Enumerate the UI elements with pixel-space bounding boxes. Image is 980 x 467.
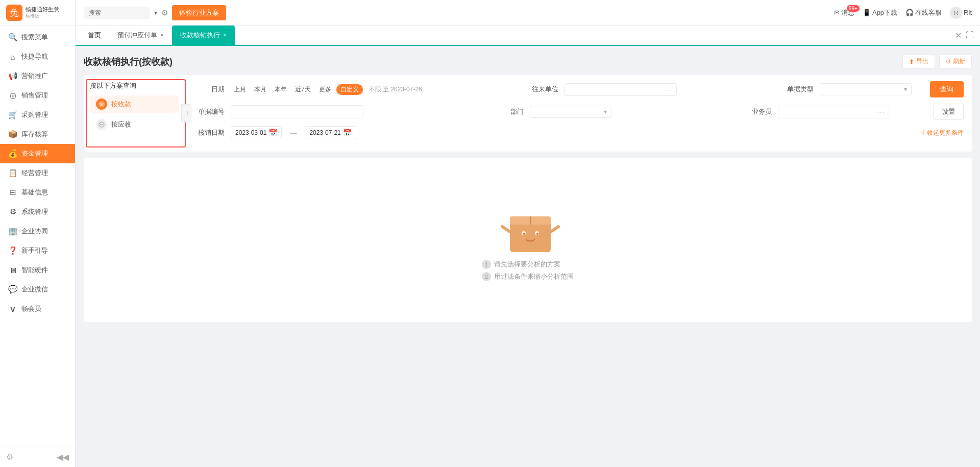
- date-more-btn[interactable]: 更多: [316, 84, 334, 95]
- search-nav-icon: 🔍: [8, 33, 17, 42]
- sidebar-item-quicknav[interactable]: ⌂ 快捷导航: [0, 47, 75, 66]
- headset-icon: 🎧: [905, 9, 914, 16]
- sidebar-footer: ⚙ ◀◀: [0, 447, 75, 467]
- left-panel-collapse-button[interactable]: 《: [181, 104, 191, 122]
- staff-picker-icon[interactable]: ···: [877, 108, 886, 116]
- sidebar-item-marketing[interactable]: 📢 营销推广: [0, 66, 75, 86]
- date-custom-btn[interactable]: 自定义: [336, 84, 363, 95]
- refresh-button[interactable]: ↺ 刷新: [939, 54, 972, 69]
- verify-date-end-input[interactable]: 2023-07-21 📅: [305, 126, 356, 139]
- tab-receivables[interactable]: 收款核销执行 ×: [172, 26, 235, 46]
- sidebar-item-system[interactable]: ⚙ 系统管理: [0, 202, 75, 222]
- sidebar: 兔 畅捷通好生意 标准版 🔍 搜索菜单 ⌂ 快捷导航 📢 营销推广 ◎ 销售管理…: [0, 0, 76, 467]
- tab-receivables-close[interactable]: ×: [223, 32, 227, 39]
- tab-maximize-icon[interactable]: ⛶: [966, 31, 974, 40]
- chevron-up-icon: 《: [919, 129, 925, 137]
- sidebar-item-vip[interactable]: V 畅会员: [0, 299, 75, 318]
- header-gear-icon[interactable]: ⚙: [161, 8, 168, 17]
- user-menu-button[interactable]: R Rit: [950, 7, 972, 19]
- sidebar-item-enterprise[interactable]: 🏢 企业协同: [0, 222, 75, 241]
- message-button[interactable]: ✉ 消息 99+: [834, 8, 854, 17]
- step-2-number: 2: [482, 272, 491, 281]
- header-right: ✉ 消息 99+ 📱 App下载 🎧 在线客服 R Rit: [834, 7, 972, 19]
- filter-container: 按以下方案查询 ¥ 按收款: [84, 75, 972, 152]
- sidebar-item-inventory[interactable]: 📦 库存核算: [0, 125, 75, 144]
- filter-right-panel: 日期 上月 本月 本年 近7天 更多 自定义 不限 至 2023-07-26 往…: [186, 81, 972, 145]
- step-1-number: 1: [482, 260, 491, 269]
- staff-input[interactable]: ···: [778, 106, 890, 118]
- wechat-icon: 💬: [8, 285, 17, 294]
- date-last-month-btn[interactable]: 上月: [231, 84, 249, 95]
- industry-solution-button[interactable]: 体验行业方案: [172, 5, 226, 20]
- tab-prepay[interactable]: 预付冲应付单 ×: [109, 26, 172, 46]
- enterprise-icon: 🏢: [8, 227, 17, 236]
- logo-text: 畅捷通好生意 标准版: [26, 6, 59, 19]
- doc-no-input[interactable]: [231, 105, 363, 118]
- empty-illustration: [497, 199, 558, 250]
- svg-point-9: [523, 233, 525, 235]
- sidebar-item-basic-info[interactable]: ⊟ 基础信息: [0, 183, 75, 202]
- settings-bottom-icon[interactable]: ⚙: [6, 452, 13, 462]
- collapse-conditions-button[interactable]: 《 收起更多条件: [919, 129, 964, 137]
- sidebar-item-guide[interactable]: ❓ 新手引导: [0, 241, 75, 260]
- verify-date-start-input[interactable]: 2023-03-01 📅: [231, 126, 282, 139]
- finance-icon: 💰: [8, 149, 17, 158]
- top-header: ▾ ⚙ 体验行业方案 ✉ 消息 99+ 📱 App下载 🎧 在线客服 R Rit: [76, 0, 980, 26]
- counterpart-picker-icon[interactable]: ···: [664, 86, 673, 93]
- tab-bar: 首页 预付冲应付单 × 收款核销执行 × ✕ ⛶: [76, 26, 980, 46]
- tab-prepay-close[interactable]: ×: [160, 32, 164, 39]
- tab-close-all-icon[interactable]: ✕: [955, 31, 962, 40]
- svg-point-10: [536, 233, 538, 235]
- dept-dropdown-icon: ▾: [604, 108, 607, 115]
- svg-text:¥: ¥: [100, 102, 103, 107]
- sidebar-item-finance[interactable]: 💰 资金管理: [0, 144, 75, 163]
- query-button[interactable]: 查询: [930, 81, 964, 97]
- app-download-icon: 📱: [863, 9, 871, 16]
- date-last-7-days-btn[interactable]: 近7天: [292, 84, 314, 95]
- doc-type-select[interactable]: ▾: [820, 83, 912, 95]
- staff-label: 业务员: [745, 107, 772, 116]
- sidebar-item-operations[interactable]: 📋 经营管理: [0, 163, 75, 183]
- sidebar-item-wechat[interactable]: 💬 企业微信: [0, 280, 75, 299]
- date-this-year-btn[interactable]: 本年: [272, 84, 290, 95]
- tab-home[interactable]: 首页: [80, 26, 109, 46]
- date-this-month-btn[interactable]: 本月: [251, 84, 270, 95]
- operations-icon: 📋: [8, 168, 17, 178]
- header-dropdown-icon[interactable]: ▾: [154, 9, 157, 16]
- setting-button[interactable]: 设置: [933, 104, 964, 120]
- avatar-icon: R: [950, 7, 962, 19]
- hardware-icon: 🖥: [8, 266, 17, 275]
- sidebar-item-sales[interactable]: ◎ 销售管理: [0, 86, 75, 105]
- sidebar-item-purchase[interactable]: 🛒 采购管理: [0, 105, 75, 125]
- svg-line-12: [551, 227, 558, 232]
- filter-left-panel: 按以下方案查询 ¥ 按收款: [84, 81, 186, 145]
- message-badge: 99+: [847, 5, 860, 12]
- vip-icon: V: [8, 305, 17, 313]
- calendar-end-icon: 📅: [343, 129, 352, 137]
- filter-row-3: 核销日期 2023-03-01 📅 — 2023-07-21 📅 《 收起更多条…: [198, 126, 964, 139]
- tab-bar-right: ✕ ⛶: [955, 26, 976, 45]
- header-search-input[interactable]: [84, 7, 150, 19]
- export-button[interactable]: ⬆ 导出: [902, 54, 935, 69]
- online-service-button[interactable]: 🎧 在线客服: [905, 8, 942, 17]
- filter-option-by-receipt[interactable]: ¥ 按收款: [90, 95, 179, 113]
- counterpart-label: 往来单位: [532, 85, 558, 94]
- page-content: 收款核销执行(按收款) ⬆ 导出 ↺ 刷新 按以下方案查询: [76, 46, 980, 467]
- svg-line-11: [502, 227, 510, 232]
- svg-rect-4: [510, 222, 551, 252]
- refresh-icon: ↺: [946, 58, 951, 65]
- main-area: ▾ ⚙ 体验行业方案 ✉ 消息 99+ 📱 App下载 🎧 在线客服 R Rit: [76, 0, 980, 467]
- app-download-button[interactable]: 📱 App下载: [863, 8, 897, 17]
- filter-option-by-receivable[interactable]: 按应收: [90, 116, 179, 133]
- dept-select[interactable]: ▾: [530, 106, 611, 118]
- collapse-sidebar-icon[interactable]: ◀◀: [57, 452, 69, 462]
- guide-icon: ❓: [8, 246, 17, 255]
- system-icon: ⚙: [8, 207, 17, 216]
- sidebar-item-search[interactable]: 🔍 搜索菜单: [0, 28, 75, 47]
- counterpart-input[interactable]: ···: [565, 83, 677, 96]
- marketing-icon: 📢: [8, 71, 17, 81]
- verify-date-start-value: 2023-03-01: [235, 129, 266, 136]
- sidebar-item-hardware[interactable]: 🖥 智能硬件: [0, 260, 75, 280]
- verify-date-end-value: 2023-07-21: [309, 129, 340, 136]
- header-left: ▾ ⚙ 体验行业方案: [84, 5, 226, 20]
